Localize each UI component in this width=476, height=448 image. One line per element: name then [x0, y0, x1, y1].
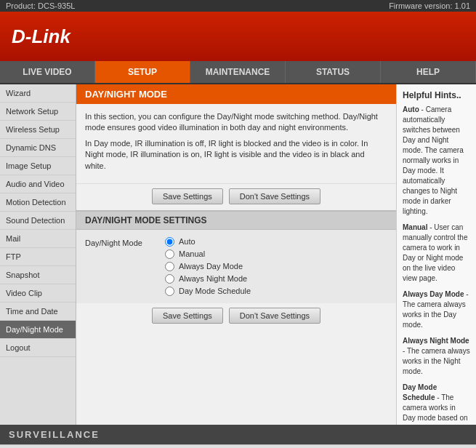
nav-setup[interactable]: SETUP	[95, 61, 190, 83]
product-label: Product: DCS-935L	[6, 1, 75, 10]
sidebar-item-wireless-setup[interactable]: Wireless Setup	[0, 121, 76, 139]
main-layout: Wizard Network Setup Wireless Setup Dyna…	[0, 84, 476, 425]
daynight-mode-options: Auto Manual Always Day Mode Always	[165, 237, 251, 296]
bottom-bar: SURVEILLANCE	[0, 425, 476, 444]
sidebar-item-mail[interactable]: Mail	[0, 230, 76, 248]
dont-save-settings-top[interactable]: Don't Save Settings	[229, 188, 320, 204]
info-para2: In Day mode, IR illumination is off, IR …	[85, 138, 387, 172]
nav-maintenance[interactable]: MAINTENANCE	[190, 61, 286, 83]
surveillance-logo: SURVEILLANCE	[9, 429, 100, 440]
radio-always-night[interactable]: Always Night Mode	[165, 274, 251, 284]
firmware-label: Firmware version: 1.01	[389, 1, 470, 10]
sidebar-item-logout[interactable]: Logout	[0, 339, 76, 357]
hint-manual: Manual - User can manually control the c…	[403, 223, 470, 284]
nav-live-video[interactable]: LIVE VIDEO	[0, 61, 95, 83]
content-area: DAY/NIGHT MODE In this section, you can …	[76, 84, 396, 425]
dont-save-settings-bottom[interactable]: Don't Save Settings	[229, 308, 320, 324]
radio-auto-label: Auto	[179, 237, 195, 246]
navigation: LIVE VIDEO SETUP MAINTENANCE STATUS HELP	[0, 61, 476, 84]
sidebar-item-motion-detection[interactable]: Motion Detection	[0, 193, 76, 212]
top-button-row: Save Settings Don't Save Settings	[76, 184, 396, 210]
radio-always-night-input[interactable]	[165, 274, 174, 284]
sidebar-item-daynight-mode[interactable]: Day/Night Mode	[0, 321, 76, 339]
info-para1: In this section, you can configure the D…	[85, 111, 387, 134]
sidebar-item-dynamic-dns[interactable]: Dynamic DNS	[0, 139, 76, 157]
daynight-mode-row: Day/Night Mode Auto Manual Always Day	[76, 230, 396, 303]
top-bar: Product: DCS-935L Firmware version: 1.01	[0, 0, 476, 12]
info-box: In this section, you can configure the D…	[76, 104, 396, 184]
radio-manual-label: Manual	[179, 249, 205, 258]
radio-always-day-label: Always Day Mode	[179, 262, 243, 271]
sidebar-item-video-clip[interactable]: Video Clip	[0, 284, 76, 303]
bottom-button-row: Save Settings Don't Save Settings	[76, 303, 396, 329]
sidebar-item-sound-detection[interactable]: Sound Detection	[0, 212, 76, 230]
section-title: DAY/NIGHT MODE	[76, 84, 396, 104]
settings-section: DAY/NIGHT MODE SETTINGS Day/Night Mode A…	[76, 210, 396, 303]
radio-auto[interactable]: Auto	[165, 237, 251, 247]
hints-title: Helpful Hints..	[403, 90, 470, 100]
daynight-mode-label: Day/Night Mode	[85, 237, 165, 247]
radio-day-schedule-label: Day Mode Schedule	[179, 287, 251, 295]
radio-auto-input[interactable]	[165, 237, 174, 247]
header: D-Link	[0, 12, 476, 61]
settings-title: DAY/NIGHT MODE SETTINGS	[76, 212, 396, 230]
sidebar-item-time-date[interactable]: Time and Date	[0, 303, 76, 321]
hint-auto: Auto - Camera automatically switches bet…	[403, 105, 470, 217]
save-settings-top[interactable]: Save Settings	[152, 188, 223, 204]
nav-status[interactable]: STATUS	[286, 61, 381, 83]
radio-always-day[interactable]: Always Day Mode	[165, 262, 251, 271]
sidebar-item-ftp[interactable]: FTP	[0, 248, 76, 266]
sidebar-item-image-setup[interactable]: Image Setup	[0, 157, 76, 175]
radio-manual-input[interactable]	[165, 249, 174, 259]
save-settings-bottom[interactable]: Save Settings	[152, 308, 223, 324]
sidebar-item-network-setup[interactable]: Network Setup	[0, 103, 76, 121]
radio-always-night-label: Always Night Mode	[179, 274, 247, 283]
sidebar-item-wizard[interactable]: Wizard	[0, 84, 76, 103]
dlink-logo: D-Link	[12, 25, 70, 48]
sidebar: Wizard Network Setup Wireless Setup Dyna…	[0, 84, 76, 425]
radio-day-schedule[interactable]: Day Mode Schedule	[165, 287, 251, 296]
radio-day-schedule-input[interactable]	[165, 287, 174, 296]
sidebar-item-snapshot[interactable]: Snapshot	[0, 266, 76, 284]
nav-help[interactable]: HELP	[381, 61, 476, 83]
sidebar-item-audio-video[interactable]: Audio and Video	[0, 175, 76, 193]
hints-panel: Helpful Hints.. Auto - Camera automatica…	[396, 84, 476, 425]
hint-always-day: Always Day Mode - The camera always work…	[403, 289, 470, 330]
hint-always-night: Always Night Mode - The camera always wo…	[403, 336, 470, 377]
hint-day-schedule: Day Mode Schedule - The camera works in …	[403, 383, 470, 425]
radio-manual[interactable]: Manual	[165, 249, 251, 259]
radio-always-day-input[interactable]	[165, 262, 174, 271]
footer: Copyright 2014, D-Link Corporation / D-L…	[0, 444, 476, 448]
